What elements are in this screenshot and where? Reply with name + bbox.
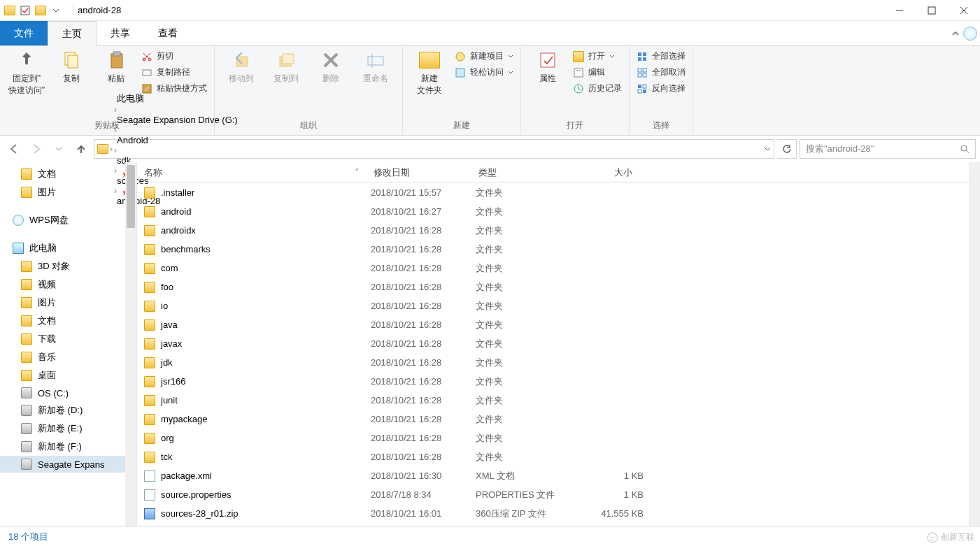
file-name: io	[161, 301, 371, 311]
file-row[interactable]: com2018/10/21 16:28文件夹	[137, 259, 980, 278]
copy-button[interactable]: 复制	[52, 49, 91, 85]
column-header-date[interactable]: 修改日期	[367, 166, 471, 179]
drive-icon	[21, 459, 32, 470]
sidebar-item[interactable]: 图片	[0, 294, 136, 312]
column-header-size[interactable]: 大小	[576, 166, 639, 179]
file-row[interactable]: mypackage2018/10/21 16:28文件夹	[137, 410, 980, 429]
copyto-icon	[275, 49, 297, 71]
file-row[interactable]: foo2018/10/21 16:28文件夹	[137, 278, 980, 296]
minimize-button[interactable]	[883, 0, 916, 21]
sidebar-item-label: 下载	[38, 333, 56, 345]
sidebar-item[interactable]: 新加卷 (F:)	[0, 438, 136, 456]
maximize-button[interactable]	[916, 0, 948, 21]
sidebar-item[interactable]: 下载	[0, 330, 136, 348]
doc-icon	[144, 470, 155, 482]
file-row[interactable]: jsr1662018/10/21 16:28文件夹	[137, 372, 980, 391]
newfolder-icon	[418, 49, 441, 71]
sidebar-item[interactable]: Seagate Expans	[0, 456, 136, 473]
sidebar-item[interactable]: 文档	[0, 312, 136, 330]
file-type: 文件夹	[476, 413, 581, 426]
address-bar[interactable]: › 此电脑›Seagate Expansion Drive (G:)›Andro…	[94, 139, 774, 159]
sidebar-item-label: 文档	[38, 168, 56, 180]
sidebar-item[interactable]: 文档📌	[0, 165, 136, 183]
qat-folder-icon[interactable]	[35, 5, 46, 16]
up-button[interactable]	[71, 139, 91, 159]
tab-file[interactable]: 文件	[0, 21, 48, 45]
pin-to-quickaccess-button[interactable]: 固定到" 快速访问"	[7, 49, 46, 96]
sidebar: 文档📌图片📌WPS网盘此电脑3D 对象视频图片文档下载音乐桌面OS (C:)新加…	[0, 162, 137, 526]
file-row[interactable]: tck2018/10/21 16:28文件夹	[137, 447, 980, 466]
delete-button[interactable]: 删除	[311, 49, 350, 85]
easy-access-button[interactable]: 轻松访问	[455, 66, 513, 78]
file-date: 2018/10/21 16:28	[371, 433, 476, 443]
file-row[interactable]: androidx2018/10/21 16:28文件夹	[137, 221, 980, 240]
sidebar-item[interactable]: WPS网盘	[0, 211, 136, 229]
tab-view[interactable]: 查看	[144, 21, 192, 45]
new-item-button[interactable]: 新建项目	[455, 50, 513, 62]
file-scrollbar[interactable]	[969, 162, 980, 526]
breadcrumb-item[interactable]: Android	[114, 135, 241, 145]
watermark: 创新互联	[927, 531, 974, 543]
qat-checkbox-icon[interactable]	[20, 5, 31, 16]
new-folder-button[interactable]: 新建 文件夹	[410, 49, 449, 96]
edit-button[interactable]: 编辑	[573, 66, 622, 78]
tab-home[interactable]: 主页	[48, 21, 97, 46]
sidebar-item[interactable]: 音乐	[0, 348, 136, 366]
svg-rect-26	[638, 69, 641, 72]
file-name: mypackage	[161, 414, 371, 424]
file-row[interactable]: benchmarks2018/10/21 16:28文件夹	[137, 240, 980, 259]
copyto-button[interactable]: 复制到	[267, 49, 306, 85]
sidebar-item[interactable]: 视频	[0, 275, 136, 294]
select-none-button[interactable]: 全部取消	[637, 66, 686, 78]
refresh-button[interactable]	[777, 139, 797, 159]
history-button[interactable]: 历史记录	[573, 82, 622, 94]
properties-button[interactable]: 属性	[528, 49, 567, 85]
file-row[interactable]: junit2018/10/21 16:28文件夹	[137, 391, 980, 410]
close-button[interactable]	[948, 0, 980, 21]
file-row[interactable]: org2018/10/21 16:28文件夹	[137, 429, 980, 447]
file-row[interactable]: jdk2018/10/21 16:28文件夹	[137, 353, 980, 372]
tab-share[interactable]: 共享	[97, 21, 144, 45]
help-icon[interactable]	[963, 27, 977, 41]
chevron-up-icon[interactable]	[951, 29, 960, 38]
file-row[interactable]: java2018/10/21 16:28文件夹	[137, 315, 980, 334]
file-row[interactable]: android2018/10/21 16:27文件夹	[137, 202, 980, 221]
column-header-type[interactable]: 类型	[471, 166, 576, 179]
qat-dropdown-icon[interactable]	[50, 5, 62, 16]
file-type: 文件夹	[476, 262, 581, 275]
folder-icon	[144, 433, 155, 444]
moveto-button[interactable]: 移动到	[222, 49, 261, 85]
copy-path-button[interactable]: 复制路径	[141, 66, 207, 78]
sidebar-item[interactable]: 此电脑	[0, 239, 136, 257]
breadcrumb-item[interactable]: Seagate Expansion Drive (G:)	[114, 115, 241, 125]
svg-rect-33	[643, 89, 646, 93]
chevron-down-icon[interactable]	[764, 145, 771, 152]
sidebar-item[interactable]: 图片📌	[0, 183, 136, 201]
sidebar-item[interactable]: 桌面	[0, 366, 136, 385]
paste-button[interactable]: 粘贴	[97, 49, 136, 85]
file-row[interactable]: .installer2018/10/21 15:57文件夹	[137, 183, 980, 202]
file-row[interactable]: package.xml2018/10/21 16:30XML 文档1 KB	[137, 466, 980, 485]
forward-button[interactable]	[27, 139, 46, 159]
open-button[interactable]: 打开	[573, 50, 622, 62]
cut-button[interactable]: 剪切	[141, 50, 207, 62]
select-all-button[interactable]: 全部选择	[637, 50, 686, 62]
file-name: junit	[161, 395, 371, 405]
sidebar-item[interactable]: 新加卷 (E:)	[0, 419, 136, 438]
sidebar-item[interactable]: 新加卷 (D:)	[0, 401, 136, 419]
column-header-name[interactable]: 名称˄	[137, 166, 367, 179]
sidebar-scrollbar[interactable]	[125, 162, 136, 526]
file-row[interactable]: io2018/10/21 16:28文件夹	[137, 296, 980, 315]
invert-selection-button[interactable]: 反向选择	[637, 82, 686, 94]
recent-dropdown[interactable]	[49, 139, 69, 159]
file-row[interactable]: sources-28_r01.zip2018/10/21 16:01360压缩 …	[137, 504, 980, 523]
file-row[interactable]: javax2018/10/21 16:28文件夹	[137, 334, 980, 353]
file-pane: 名称˄ 修改日期 类型 大小 .installer2018/10/21 15:5…	[137, 162, 980, 526]
rename-button[interactable]: 重命名	[356, 49, 395, 85]
file-row[interactable]: source.properties2018/7/18 8:34PROPERTIE…	[137, 485, 980, 504]
back-button[interactable]	[4, 139, 24, 159]
sidebar-item[interactable]: OS (C:)	[0, 385, 136, 401]
search-input[interactable]: 搜索"android-28"	[800, 139, 976, 159]
sidebar-item[interactable]: 3D 对象	[0, 257, 136, 275]
breadcrumb-item[interactable]: 此电脑	[114, 92, 241, 105]
